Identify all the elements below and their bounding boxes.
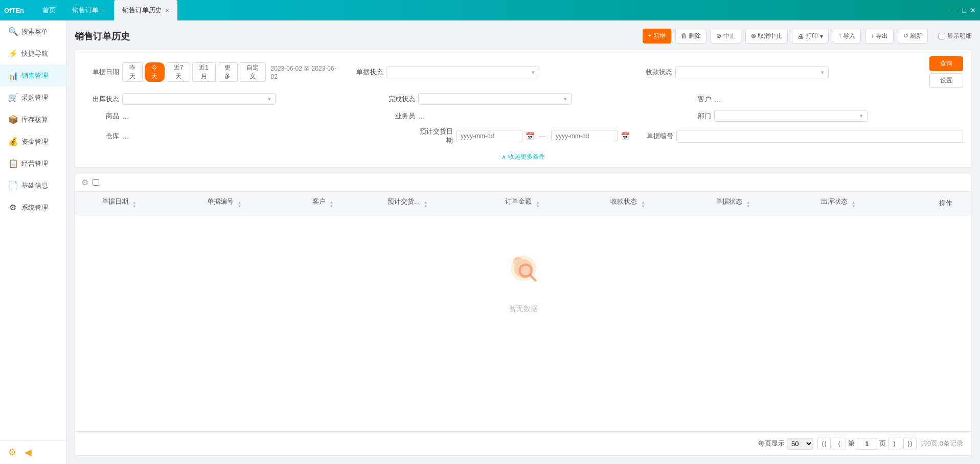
collapse-label: 收起更多条件 (508, 152, 545, 161)
tab-home-label: 首页 (42, 6, 56, 15)
table-wrapper: 单据日期 ▲▼ 单据编号 ▲▼ 客户 ▲▼ (75, 192, 971, 431)
th-pay-status[interactable]: 收款状态 ▲▼ (604, 192, 710, 214)
tab-sales-order-history-close[interactable]: ✕ (165, 8, 169, 13)
warehouse-dots[interactable]: ... (122, 131, 129, 141)
th-doc-date[interactable]: 单据日期 ▲▼ (96, 192, 201, 214)
sidebar-settings-icon[interactable]: ⚙ (8, 447, 16, 458)
delivery-date-to[interactable] (551, 130, 618, 142)
page-next-button[interactable]: ⟩ (888, 437, 901, 450)
th-order-amount[interactable]: 订单金额 ▲▼ (499, 192, 604, 214)
th-doc-number-label: 单据编号 (207, 197, 234, 205)
doc-status-select[interactable]: ▾ (386, 67, 539, 78)
sidebar-item-search-menu[interactable]: 🔍 搜索菜单 (0, 20, 66, 42)
date-btn-yesterday[interactable]: 昨天 (122, 62, 143, 82)
customer-dots[interactable]: ... (714, 95, 721, 104)
show-cols-checkbox[interactable] (939, 33, 945, 39)
filter-panel: 单据日期 昨天 今天 近7天 近1月 更多 自定义 2023-06-02 至 2… (75, 50, 972, 168)
sidebar-item-inventory-check[interactable]: 📦 库存核算 (0, 108, 66, 130)
pay-status-arrow-icon: ▾ (821, 69, 824, 76)
th-out-stock-status[interactable]: 出库状态 ▲▼ (815, 192, 920, 214)
calendar-from-icon[interactable]: 📅 (526, 132, 534, 140)
date-btn-last7days[interactable]: 近7天 (167, 62, 190, 82)
table-gear-icon[interactable]: ⚙ (81, 178, 88, 187)
date-btn-last1month[interactable]: 近1月 (192, 62, 216, 82)
toolbar-divider (933, 31, 933, 41)
th-expected-delivery[interactable]: 预计交货... ▲▼ (381, 192, 499, 214)
goods-label: 商品 (83, 112, 119, 121)
table-header-row: 单据日期 ▲▼ 单据编号 ▲▼ 客户 ▲▼ (75, 192, 971, 214)
dept-select[interactable]: ▾ (714, 110, 868, 122)
sidebar-item-purchase-mgmt[interactable]: 🛒 采购管理 (0, 86, 66, 108)
print-dropdown-icon: ▾ (820, 33, 823, 40)
th-doc-status[interactable]: 单据状态 ▲▼ (710, 192, 815, 214)
date-btn-today[interactable]: 今天 (145, 62, 165, 82)
select-all-checkbox[interactable] (93, 179, 99, 186)
sidebar-item-sys-mgmt[interactable]: ⚙ 系统管理 (0, 196, 66, 218)
doc-status-filter-item: 单据状态 ▾ (347, 67, 628, 78)
sidebar-collapse-icon[interactable]: ◀ (25, 447, 32, 458)
th-customer[interactable]: 客户 ▲▼ (306, 192, 381, 214)
out-stock-label: 出库状态 (83, 95, 119, 104)
page-last-button[interactable]: ⟩⟩ (903, 437, 917, 450)
sys-mgmt-icon: ⚙ (8, 203, 17, 212)
sidebar-item-basic-info[interactable]: 📄 基础信息 (0, 174, 66, 196)
doc-number-input[interactable] (676, 130, 963, 143)
refresh-button[interactable]: ↺ 刷新 (898, 29, 928, 43)
complete-select[interactable]: ▾ (418, 93, 572, 105)
table-toolbar: ⚙ (75, 173, 971, 192)
query-button[interactable]: 查询 (929, 56, 963, 71)
collapse-row[interactable]: ∧ 收起更多条件 (83, 150, 963, 161)
content-area: 销售订单历史 + 新增 🗑 删除 ⊘ 中止 ⊗ 取消中止 🖨 打印 ▾ ↑ 导入… (66, 20, 980, 464)
date-quick-buttons: 昨天 今天 近7天 近1月 更多 自定义 (122, 62, 266, 82)
per-page-select[interactable]: 10 20 50 100 (787, 438, 813, 450)
sidebar-item-sales-mgmt[interactable]: 📊 销售管理 (0, 64, 66, 86)
close-button[interactable]: ✕ (970, 7, 976, 14)
stop-button[interactable]: ⊘ 中止 (711, 29, 741, 43)
export-button[interactable]: ↓ 导出 (865, 29, 893, 43)
tab-sales-order-close[interactable]: ✕ (102, 8, 106, 13)
calendar-to-icon[interactable]: 📅 (621, 132, 629, 140)
new-button[interactable]: + 新增 (643, 29, 671, 43)
page-first-button[interactable]: ⟨⟨ (817, 437, 831, 450)
sidebar-item-finance-mgmt[interactable]: 💰 资金管理 (0, 130, 66, 152)
delivery-date-from[interactable] (456, 130, 522, 142)
page-prev-button[interactable]: ⟨ (833, 437, 846, 450)
date-btn-more[interactable]: 更多 (218, 62, 238, 82)
date-filter-item: 单据日期 昨天 今天 近7天 近1月 更多 自定义 2023-06-02 至 2… (83, 62, 339, 82)
print-button[interactable]: 🖨 打印 ▾ (792, 29, 829, 43)
toolbar: + 新增 🗑 删除 ⊘ 中止 ⊗ 取消中止 🖨 打印 ▾ ↑ 导入 ↓ 导出 ↺… (643, 29, 972, 43)
salesman-dots[interactable]: ... (418, 112, 425, 121)
sidebar-item-ops-mgmt[interactable]: 📋 经营管理 (0, 152, 66, 174)
filter-row-2: 出库状态 ▾ 完成状态 ▾ 客户 ... (83, 93, 963, 105)
goods-dots[interactable]: ... (122, 112, 129, 121)
quick-nav-icon: ⚡ (8, 49, 17, 58)
date-btn-custom[interactable]: 自定义 (240, 62, 265, 82)
customer-filter-item: 客户 ... (675, 95, 963, 104)
page-number-input[interactable] (857, 438, 877, 450)
minimize-button[interactable]: — (951, 7, 958, 14)
tab-home[interactable]: 首页 (34, 0, 64, 20)
delete-button[interactable]: 🗑 删除 (675, 29, 706, 43)
out-stock-select[interactable]: ▾ (122, 93, 276, 105)
tab-sales-order-label: 销售订单 (72, 6, 99, 15)
pagination: 每页显示 10 20 50 100 ⟨⟨ ⟨ 第 页 ⟩ ⟩⟩ (75, 431, 971, 455)
warehouse-label: 仓库 (83, 131, 119, 141)
cancel-stop-button[interactable]: ⊗ 取消中止 (745, 29, 788, 43)
tab-sales-order-history[interactable]: 销售订单历史 ✕ (114, 0, 177, 20)
salesman-label: 业务员 (379, 112, 415, 121)
page-title: 销售订单历史 (75, 30, 130, 42)
pay-status-select[interactable]: ▾ (675, 67, 829, 78)
sidebar-item-quick-nav[interactable]: ⚡ 快捷导航 (0, 42, 66, 64)
tab-sales-order[interactable]: 销售订单 ✕ (64, 0, 114, 20)
maximize-button[interactable]: □ (962, 7, 966, 14)
settings-button[interactable]: 设置 (929, 73, 963, 88)
th-doc-number[interactable]: 单据编号 ▲▼ (201, 192, 306, 214)
sort-icon-order-amount: ▲▼ (536, 201, 540, 209)
sidebar-item-ops-mgmt-label: 经营管理 (21, 159, 48, 168)
salesman-filter-item: 业务员 ... (379, 112, 667, 121)
per-page-label: 每页显示 (758, 439, 785, 448)
date-label: 单据日期 (83, 68, 119, 77)
import-button[interactable]: ↑ 导入 (833, 29, 861, 43)
out-stock-filter-item: 出库状态 ▾ (83, 93, 371, 105)
empty-icon (498, 245, 549, 296)
